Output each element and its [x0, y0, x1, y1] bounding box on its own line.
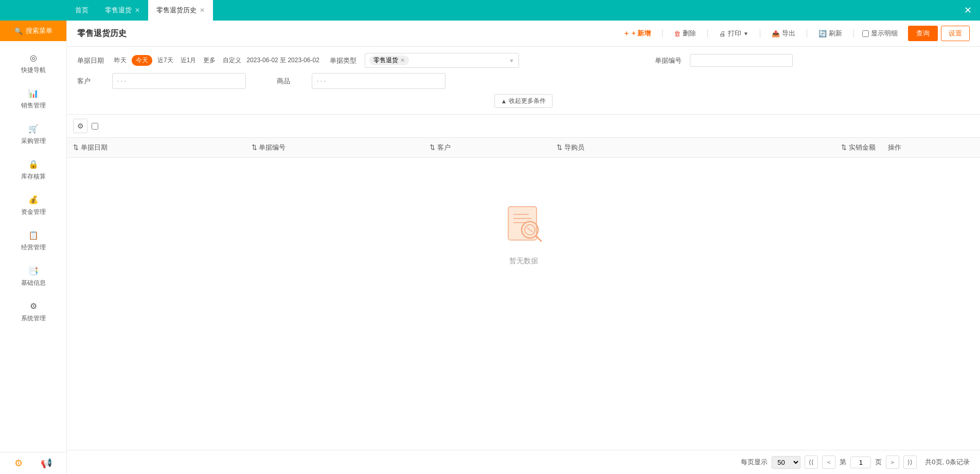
type-tag-close[interactable]: ✕	[400, 57, 405, 64]
finance-icon: 💰	[27, 193, 40, 206]
prev-page-button[interactable]: ＜	[822, 455, 835, 469]
col-header-customer[interactable]: ⇅ 客户	[423, 138, 550, 158]
type-select[interactable]: 零售退货 ✕ ▼	[365, 53, 519, 68]
table-toolbar: ⚙	[67, 115, 980, 138]
table-section: ⚙ ⇅ 单据日期⇅ 单据编号⇅ 客户⇅ 导购员⇅ 实销金额操作	[67, 115, 980, 474]
sidebar-item-basic-info[interactable]: 📑基础信息	[0, 258, 66, 294]
page-size-select[interactable]: 2050100	[772, 456, 800, 469]
divider5	[853, 29, 854, 38]
collapse-row: ▲ 收起更多条件	[77, 94, 970, 108]
empty-row: 暂无数据	[67, 158, 980, 307]
sidebar-label-basic-info: 基础信息	[21, 279, 46, 287]
tab-bar-right: ✕	[213, 5, 980, 16]
col-header-guide[interactable]: ⇅ 导购员	[550, 138, 703, 158]
sort-icon-guide: ⇅	[557, 143, 562, 151]
delete-icon: 🗑	[674, 30, 681, 38]
tab-close-retail-return-history[interactable]: ✕	[200, 7, 205, 14]
goods-label: 商品	[277, 77, 308, 86]
delete-button[interactable]: 🗑 删除	[671, 27, 699, 40]
sidebar-item-inventory[interactable]: 🔒库存核算	[0, 152, 66, 187]
refresh-icon: 🔄	[818, 30, 827, 38]
col-header-number[interactable]: ⇅ 单据编号	[245, 138, 424, 158]
column-settings-button[interactable]: ⚙	[73, 119, 87, 133]
export-icon: 📤	[772, 30, 780, 38]
sidebar-label-inventory: 库存核算	[21, 172, 46, 181]
total-info: 共0页, 0条记录	[925, 458, 970, 467]
col-header-date[interactable]: ⇅ 单据日期	[67, 138, 245, 158]
sidebar-logo	[0, 0, 67, 21]
sidebar-nav: ◎快捷导航📊销售管理🛒采购管理🔒库存核算💰资金管理📋经营管理📑基础信息⚙系统管理	[0, 41, 66, 452]
date-btn-自定义[interactable]: 自定义	[221, 55, 243, 66]
next-page-button[interactable]: ＞	[886, 455, 899, 469]
page-suffix: 页	[875, 458, 882, 467]
date-filter: 单据日期 昨天今天近7天近1月更多自定义2023-06-02 至 2023-06…	[77, 55, 319, 66]
date-btn-近1月[interactable]: 近1月	[179, 55, 199, 66]
empty-state: 暂无数据	[67, 158, 980, 307]
settings-icon[interactable]: ⚙	[14, 458, 23, 469]
print-icon: 🖨	[719, 30, 726, 38]
search-icon: 🔍	[14, 27, 23, 35]
sidebar-item-operations[interactable]: 📋经营管理	[0, 223, 66, 258]
customer-label: 客户	[77, 77, 108, 86]
voucher-input[interactable]	[690, 54, 793, 67]
tab-close-retail-return[interactable]: ✕	[135, 7, 140, 14]
filter-row-2: 客户 ··· 商品 ···	[77, 73, 970, 89]
page-input[interactable]	[850, 457, 871, 468]
sort-icon-amount: ⇅	[841, 143, 847, 151]
print-button[interactable]: 🖨 打印 ▼	[716, 27, 752, 40]
header-actions: ＋ + 新增 🗑 删除 🖨 打印 ▼ 📤 导出	[620, 26, 970, 41]
type-tag: 零售退货 ✕	[369, 56, 409, 65]
date-btn-更多[interactable]: 更多	[201, 55, 218, 66]
col-header-action: 操作	[882, 138, 980, 158]
sidebar: 🔍 搜索菜单 ◎快捷导航📊销售管理🛒采购管理🔒库存核算💰资金管理📋经营管理📑基础…	[0, 21, 67, 474]
query-button[interactable]: 查询	[908, 26, 938, 41]
goods-filter: 商品 ···	[277, 73, 446, 89]
customer-filter: 客户 ···	[77, 73, 246, 89]
svg-rect-0	[508, 207, 537, 240]
collapse-button[interactable]: ▲ 收起更多条件	[494, 94, 553, 108]
basic-info-icon: 📑	[27, 264, 40, 277]
table-header-row: ⇅ 单据日期⇅ 单据编号⇅ 客户⇅ 导购员⇅ 实销金额操作	[67, 138, 980, 158]
sidebar-search[interactable]: 🔍 搜索菜单	[0, 21, 66, 41]
sidebar-item-quick-nav[interactable]: ◎快捷导航	[0, 45, 66, 81]
sidebar-item-sys-mgmt[interactable]: ⚙系统管理	[0, 294, 66, 329]
divider3	[760, 29, 760, 38]
customer-select[interactable]: ···	[112, 73, 246, 89]
sidebar-item-purchase-mgmt[interactable]: 🛒采购管理	[0, 116, 66, 152]
select-all-checkbox[interactable]	[92, 123, 98, 130]
sidebar-search-label: 搜索菜单	[26, 26, 52, 35]
sidebar-label-operations: 经营管理	[21, 243, 46, 252]
display-detail-check[interactable]: 显示明细	[862, 29, 898, 38]
quick-nav-icon: ◎	[27, 51, 40, 64]
print-chevron-icon: ▼	[743, 31, 749, 37]
new-button[interactable]: ＋ + 新增	[620, 27, 654, 40]
refresh-button[interactable]: 🔄 刷新	[815, 27, 845, 40]
page-title: 零售退货历史	[77, 28, 127, 39]
speaker-icon[interactable]: 📢	[41, 458, 52, 469]
col-header-amount[interactable]: ⇅ 实销金额	[703, 138, 882, 158]
tab-home[interactable]: 首页	[67, 0, 97, 21]
filter-panel: 单据日期 昨天今天近7天近1月更多自定义2023-06-02 至 2023-06…	[67, 47, 980, 115]
sidebar-label-sales-mgmt: 销售管理	[21, 101, 46, 110]
empty-text: 暂无数据	[509, 257, 538, 266]
main-layout: 🔍 搜索菜单 ◎快捷导航📊销售管理🛒采购管理🔒库存核算💰资金管理📋经营管理📑基础…	[0, 21, 980, 474]
date-btn-今天[interactable]: 今天	[132, 55, 152, 66]
divider	[662, 29, 663, 38]
tab-retail-return[interactable]: 零售退货 ✕	[97, 0, 148, 21]
sales-mgmt-icon: 📊	[27, 87, 40, 99]
sidebar-item-sales-mgmt[interactable]: 📊销售管理	[0, 81, 66, 116]
sidebar-item-finance[interactable]: 💰资金管理	[0, 187, 66, 223]
content-area: 零售退货历史 ＋ + 新增 🗑 删除 🖨 打印 ▼	[67, 21, 980, 474]
date-btn-昨天[interactable]: 昨天	[112, 55, 129, 66]
sort-icon-customer: ⇅	[430, 143, 435, 151]
tab-retail-return-history[interactable]: 零售退货历史 ✕	[148, 0, 213, 21]
last-page-button[interactable]: ⟩⟩	[903, 455, 917, 469]
goods-select[interactable]: ···	[312, 73, 446, 89]
window-close-button[interactable]: ✕	[964, 5, 972, 16]
date-btn-近7天[interactable]: 近7天	[155, 55, 175, 66]
first-page-button[interactable]: ⟨⟨	[805, 455, 818, 469]
settings-filter-button[interactable]: 设置	[941, 26, 970, 41]
display-detail-checkbox[interactable]	[862, 30, 869, 37]
export-button[interactable]: 📤 导出	[769, 27, 798, 40]
sidebar-label-finance: 资金管理	[21, 208, 46, 216]
